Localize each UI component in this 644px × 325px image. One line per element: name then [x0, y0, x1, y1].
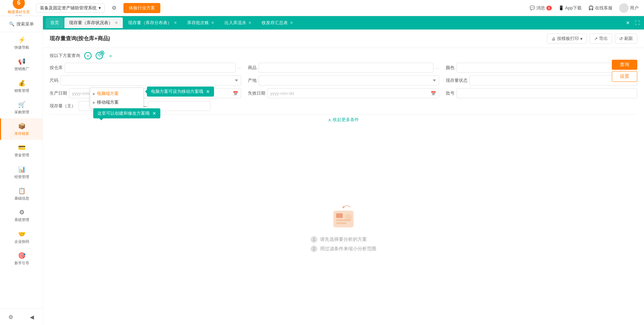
- sidebar-item-inventory[interactable]: 📦 库存核算: [0, 118, 43, 140]
- sidebar-item-purchase[interactable]: 🛒 采购管理: [0, 97, 43, 118]
- tab-home[interactable]: 首页: [46, 17, 64, 28]
- refresh-icon: ↺: [619, 36, 623, 41]
- step-num-1: 1: [311, 236, 317, 243]
- warehouse-dots[interactable]: ···: [237, 65, 241, 70]
- sidebar-item-label: 基础信息: [14, 196, 29, 201]
- sidebar-item-operations[interactable]: 📊 经营管理: [0, 162, 43, 183]
- tab-close-stock-batch[interactable]: ✕: [211, 20, 214, 25]
- sidebar-collapse-btn[interactable]: ◀: [26, 312, 37, 322]
- mobile-scheme-item[interactable]: ▶ 移动端方案: [90, 98, 143, 107]
- system-name: 装备及固定资产辅助管理系统: [40, 5, 97, 11]
- step-2-text: 用过滤条件来缩小分析范围: [320, 246, 376, 252]
- trial-button[interactable]: 体验行业方案: [123, 3, 160, 13]
- chevron-down-icon: ▾: [99, 5, 101, 10]
- tab-close-recv-summary[interactable]: ✕: [290, 20, 293, 25]
- search-menu-btn[interactable]: 🔍 搜索菜单: [5, 19, 38, 29]
- goods-input[interactable]: [259, 63, 434, 73]
- system-selector[interactable]: 装备及固定资产辅助管理系统 ▾: [36, 3, 105, 13]
- message-badge: 6: [546, 6, 552, 10]
- filter-add-btn[interactable]: +: [84, 52, 92, 59]
- tab-stock-batch-label: 库存批次账: [187, 20, 209, 26]
- sidebar-item-marketing[interactable]: 📢 营销推广: [0, 54, 43, 75]
- tab-bar-actions: ✕ ⛶: [624, 19, 641, 27]
- batch-input[interactable]: [457, 88, 637, 98]
- search-button[interactable]: 查询: [612, 60, 637, 70]
- expire-date-input[interactable]: yyyy-mm-dd 📅: [267, 88, 439, 98]
- pc-scheme-item[interactable]: ▶ 电脑端方案: [90, 89, 143, 98]
- filter-edit-btn[interactable]: ✎: [96, 52, 103, 59]
- tab-close-all-btn[interactable]: ✕: [624, 19, 632, 27]
- goods-dots[interactable]: ···: [435, 65, 439, 70]
- sidebar-item-system[interactable]: ⚙ 系统管理: [0, 205, 43, 226]
- sidebar-item-cooperation[interactable]: 🤝 企业协同: [0, 226, 43, 248]
- step-num-2: 2: [311, 246, 317, 252]
- sidebar-header: 🔍 搜索菜单: [0, 16, 43, 32]
- headset-icon: 🎧: [588, 5, 594, 10]
- logo-icon: 6: [13, 0, 25, 9]
- search-menu-label: 搜索菜单: [16, 21, 34, 27]
- purchase-icon: 🛒: [18, 101, 25, 108]
- tab-stock-batch[interactable]: 库存批次账 ✕: [182, 17, 219, 28]
- arrow-icon: ▶: [93, 92, 96, 96]
- color-label: 颜色: [446, 65, 454, 71]
- logo-text: 畅捷通好生意: [8, 10, 30, 14]
- tab-home-label: 首页: [50, 20, 59, 26]
- sidebar-item-finance[interactable]: 💳 资金管理: [0, 140, 43, 161]
- export-icon: ↗: [594, 36, 598, 41]
- empty-illustration: [327, 201, 360, 231]
- expire-date-placeholder: yyyy-mm-dd: [270, 91, 294, 96]
- tab-inout-flow[interactable]: 出入库流水 ✕: [220, 17, 256, 28]
- tab-recv-summary[interactable]: 收发存汇总表 ✕: [257, 17, 298, 28]
- tooltip1-close-btn[interactable]: ✕: [206, 89, 210, 94]
- user-item[interactable]: 用户: [619, 3, 639, 13]
- arrow-icon: ▶: [93, 101, 96, 104]
- size-select[interactable]: [60, 75, 241, 86]
- sidebar-item-quick-nav[interactable]: ⚡ 快捷导航: [0, 32, 43, 54]
- tab-stock-status[interactable]: 现存量（库存状况表） ✕: [64, 17, 123, 28]
- calendar-icon2: 📅: [431, 91, 436, 96]
- app-download-item[interactable]: 📱 App下载: [558, 5, 582, 11]
- page-header: 现存量查询(按仓库+商品) 🖨 按模板打印 ▾ ↗ 导出 ↺: [43, 30, 644, 48]
- search-reset-panel: 查询 设置: [605, 60, 644, 82]
- sidebar-item-label: 快捷导航: [14, 45, 29, 50]
- reset-button[interactable]: 设置: [612, 71, 637, 82]
- tab-stock-dist[interactable]: 现存量（库存分布表） ✕: [123, 17, 182, 28]
- origin-select[interactable]: [259, 75, 439, 86]
- filter-back-btn[interactable]: «: [107, 52, 114, 59]
- tooltip-pc-scheme: 电脑方案可设为移动方案哦 ✕: [147, 87, 214, 97]
- sidebar-item-label: 采购管理: [14, 110, 29, 114]
- collapse-icon: ∧: [328, 117, 331, 122]
- sidebar: 🔍 搜索菜单 ⚡ 快捷导航 📢 营销推广 💰 销售管理 🛒 采购管理: [0, 16, 43, 325]
- quick-nav-icon: ⚡: [18, 36, 25, 44]
- empty-state: 1 请先选择要分析的方案 2 用过滤条件来缩小分析范围: [43, 127, 644, 325]
- filter-cell-goods: 商品 ···: [248, 63, 439, 73]
- online-support-item[interactable]: 🎧 在线客服: [588, 5, 612, 11]
- tooltip2-close-btn[interactable]: ✕: [152, 111, 156, 116]
- print-btn[interactable]: 🖨 按模板打印 ▾: [547, 34, 587, 44]
- filter-header-row: 按以下方案查询 + ✎ « ▶ 电脑端方案: [50, 52, 637, 59]
- sidebar-item-guide[interactable]: 🎯 新手引导: [0, 248, 43, 269]
- expire-date-label: 失效日期: [248, 90, 265, 96]
- sales-icon: 💰: [18, 79, 25, 87]
- message-item[interactable]: 💬 消息 6: [530, 5, 552, 11]
- page-title: 现存量查询(按仓库+商品): [50, 35, 110, 42]
- tab-stock-dist-label: 现存量（库存分布表）: [128, 20, 172, 26]
- scheme-tree-panel: ▶ 电脑端方案 ▶ 移动端方案: [90, 88, 144, 108]
- settings-icon-btn[interactable]: ⚙: [109, 3, 119, 13]
- stock-main-label: 现存量（主）: [50, 103, 76, 109]
- tab-close-stock-status[interactable]: ✕: [115, 20, 118, 25]
- filter-cell-batch: 批号: [446, 88, 637, 98]
- inventory-icon: 📦: [18, 122, 25, 130]
- refresh-btn[interactable]: ↺ 刷新: [615, 34, 637, 44]
- guide-icon: 🎯: [18, 252, 25, 259]
- sidebar-item-label: 经营管理: [14, 174, 29, 179]
- sidebar-item-basic-info[interactable]: 📋 基础信息: [0, 183, 43, 205]
- export-btn[interactable]: ↗ 导出: [590, 34, 612, 44]
- print-label: 按模板打印: [557, 36, 579, 42]
- tab-close-stock-dist[interactable]: ✕: [174, 20, 177, 25]
- sidebar-settings-btn[interactable]: ⚙: [5, 312, 16, 322]
- warehouse-input[interactable]: [65, 63, 235, 73]
- tab-fullscreen-btn[interactable]: ⛶: [633, 19, 641, 27]
- sidebar-item-sales[interactable]: 💰 销售管理: [0, 75, 43, 97]
- tab-close-inout-flow[interactable]: ✕: [248, 20, 252, 25]
